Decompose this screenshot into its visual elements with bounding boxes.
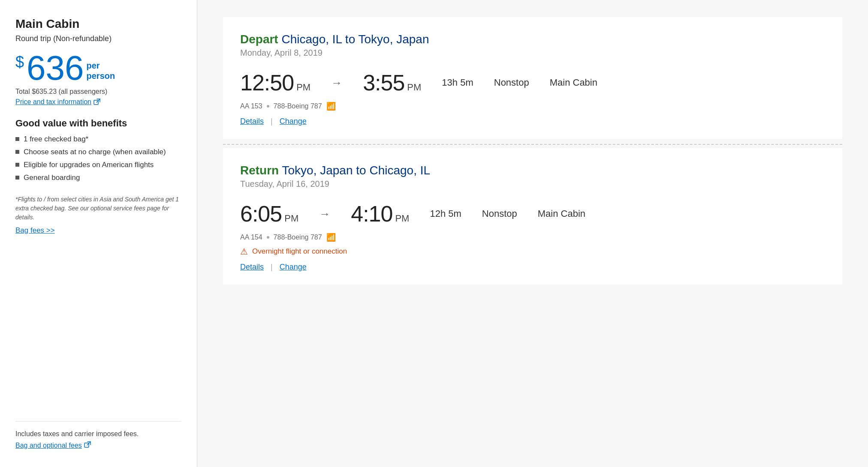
price-dollar: $ [15,54,24,70]
includes-text: Includes taxes and carrier imposed fees. [15,430,181,438]
return-details-link[interactable]: Details [240,263,264,272]
depart-info-row: AA 153 788-Boeing 787 📶 [240,102,825,111]
return-arrive-time: 4:10 [351,201,392,227]
return-dot-separator [267,236,269,239]
arrive-time-block: 3:55 PM [363,70,421,96]
section-divider [223,144,842,145]
left-panel: Main Cabin Round trip (Non-refundable) $… [0,0,197,467]
return-depart-time: 6:05 [240,201,282,227]
price-tax-link[interactable]: Price and tax information [15,98,181,106]
wifi-icon: 📶 [326,102,336,111]
return-aircraft: 788-Boeing 787 [274,234,322,241]
depart-header-row: Depart Chicago, IL to Tokyo, Japan Monda… [240,33,825,58]
return-header-row: Return Tokyo, Japan to Chicago, IL Tuesd… [240,164,825,189]
return-duration: 12h 5m [430,208,461,219]
trip-type: Round trip (Non-refundable) [15,34,181,43]
depart-actions-row: Details | Change [240,117,825,126]
bullet-icon [15,137,19,141]
bag-fees-link[interactable]: Bag fees >> [15,226,181,235]
price-amount: 636 [27,51,84,85]
depart-word: Depart [240,33,278,46]
return-header: Return Tokyo, Japan to Chicago, IL [240,164,825,177]
benefits-list: 1 free checked bag* Choose seats at no c… [15,135,181,186]
bullet-icon [15,163,19,167]
return-pipe-separator: | [271,263,273,272]
warning-row: ⚠ Overnight flight or connection [240,246,825,257]
depart-nonstop: Nonstop [494,77,529,88]
benefits-title: Good value with benefits [15,118,181,129]
bullet-icon [15,176,19,180]
cabin-title: Main Cabin [15,17,181,31]
left-footer: Includes taxes and carrier imposed fees.… [15,421,181,450]
pipe-separator: | [271,117,273,126]
depart-ampm: PM [296,82,310,93]
external-link-icon-2 [84,441,91,450]
return-flight-code: AA 154 [240,234,262,241]
depart-details-link[interactable]: Details [240,117,264,126]
return-change-link[interactable]: Change [280,263,307,272]
depart-times-row: 12:50 PM → 3:55 PM 13h 5m Nonstop Main C… [240,70,825,96]
return-nonstop: Nonstop [482,208,517,219]
benefit-item: Eligible for upgrades on American flight… [15,161,181,169]
return-info-row: AA 154 788-Boeing 787 📶 [240,233,825,242]
return-arrive-ampm: PM [395,213,409,224]
benefit-item: General boarding [15,174,181,182]
warning-text: Overnight flight or connection [252,247,347,256]
depart-cabin: Main Cabin [550,77,597,88]
depart-flight-code: AA 153 [240,102,262,110]
return-times-row: 6:05 PM → 4:10 PM 12h 5m Nonstop Main Ca… [240,201,825,227]
price-row: $ 636 perperson [15,51,181,85]
external-link-icon [93,99,100,105]
return-depart-time-block: 6:05 PM [240,201,298,227]
footnote: *Flights to / from select cities in Asia… [15,195,181,222]
arrive-ampm: PM [407,82,421,93]
bullet-icon [15,150,19,154]
warning-triangle-icon: ⚠ [240,246,248,257]
return-section: Return Tokyo, Japan to Chicago, IL Tuesd… [223,148,842,284]
arrive-time: 3:55 [363,70,404,96]
depart-date: Monday, April 8, 2019 [240,48,825,58]
return-wifi-icon: 📶 [326,233,336,242]
return-cabin: Main Cabin [538,208,585,219]
per-person: perperson [87,60,115,81]
depart-aircraft: 788-Boeing 787 [274,102,322,110]
return-depart-ampm: PM [284,213,298,224]
return-route: Tokyo, Japan to Chicago, IL [282,164,431,177]
depart-header: Depart Chicago, IL to Tokyo, Japan [240,33,825,46]
depart-route: Chicago, IL to Tokyo, Japan [281,33,429,46]
depart-section: Depart Chicago, IL to Tokyo, Japan Monda… [223,17,842,139]
return-actions-row: Details | Change [240,263,825,272]
depart-time: 12:50 [240,70,294,96]
right-panel: Depart Chicago, IL to Tokyo, Japan Monda… [197,0,868,467]
depart-change-link[interactable]: Change [280,117,307,126]
depart-duration: 13h 5m [442,77,473,88]
return-arrive-time-block: 4:10 PM [351,201,409,227]
return-word: Return [240,164,279,177]
return-date: Tuesday, April 16, 2019 [240,179,825,189]
benefit-item: Choose seats at no charge (when availabl… [15,148,181,156]
bag-optional-link[interactable]: Bag and optional fees [15,441,91,450]
return-arrow-icon: → [319,207,330,221]
dot-separator [267,105,269,108]
arrow-icon: → [331,76,342,90]
benefit-item: 1 free checked bag* [15,135,181,144]
price-total: Total $635.23 (all passengers) [15,88,181,96]
depart-time-block: 12:50 PM [240,70,310,96]
